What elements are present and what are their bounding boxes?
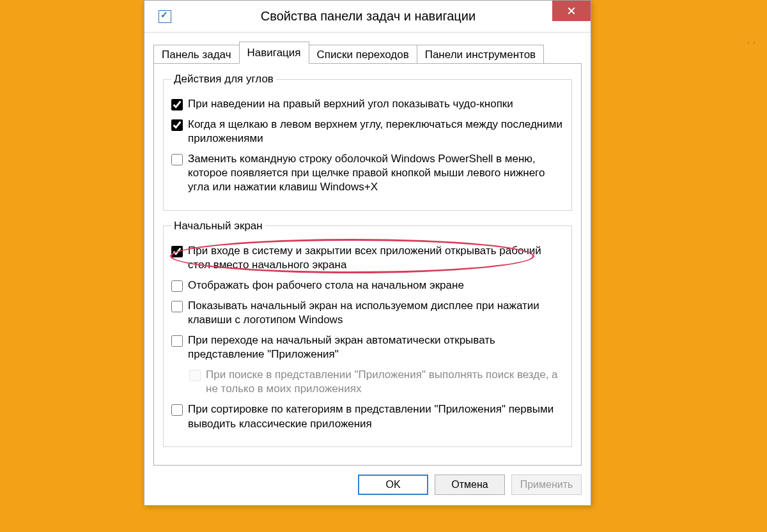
option-show-desktop-bg[interactable]: Отображать фон рабочего стола на начальн…: [171, 278, 564, 293]
app-icon: [159, 10, 171, 23]
cancel-button[interactable]: Отмена: [435, 475, 505, 495]
tab-jumplists[interactable]: Списки переходов: [309, 45, 417, 64]
checkbox-apps-view[interactable]: [171, 335, 183, 347]
tab-toolbars[interactable]: Панели инструментов: [417, 45, 544, 64]
tab-taskbar[interactable]: Панель задач: [153, 45, 240, 64]
background-decoration: '': [747, 40, 759, 53]
option-start-on-display[interactable]: Показывать начальный экран на используем…: [171, 299, 564, 327]
option-powershell[interactable]: Заменить командную строку оболочкой Wind…: [171, 152, 564, 194]
group-corner-legend: Действия для углов: [171, 73, 276, 86]
option-apps-view[interactable]: При переходе на начальный экран автомати…: [171, 333, 564, 361]
option-switch-apps[interactable]: Когда я щелкаю в левом верхнем углу, пер…: [171, 118, 564, 146]
ok-button[interactable]: OK: [358, 475, 428, 495]
label-sort-classic-first: При сортировке по категориям в представл…: [188, 402, 564, 430]
group-corner-actions: Действия для углов При наведении на прав…: [163, 73, 572, 211]
option-sort-classic-first[interactable]: При сортировке по категориям в представл…: [171, 402, 564, 430]
label-show-desktop-bg: Отображать фон рабочего стола на начальн…: [188, 278, 464, 293]
checkbox-show-desktop-bg[interactable]: [171, 280, 183, 292]
label-switch-apps: Когда я щелкаю в левом верхнем углу, пер…: [188, 118, 564, 146]
label-search-everywhere: При поиске в представлении "Приложения" …: [206, 368, 564, 396]
label-start-on-display: Показывать начальный экран на используем…: [188, 299, 564, 327]
tabstrip: Панель задач Навигация Списки переходов …: [153, 42, 582, 63]
group-start-screen: Начальный экран При входе в систему и за…: [163, 220, 572, 447]
checkbox-show-charms[interactable]: [171, 99, 183, 110]
apply-button: Применить: [511, 475, 582, 495]
tab-navigation[interactable]: Навигация: [239, 42, 309, 64]
option-search-everywhere: При поиске в представлении "Приложения" …: [189, 368, 564, 396]
option-show-charms[interactable]: При наведении на правый верхний угол пок…: [171, 97, 564, 111]
label-powershell: Заменить командную строку оболочкой Wind…: [188, 152, 564, 194]
checkbox-sort-classic-first[interactable]: [171, 404, 183, 416]
close-button[interactable]: [552, 1, 591, 21]
checkbox-start-on-display[interactable]: [171, 301, 183, 312]
label-show-charms: При наведении на правый верхний угол пок…: [188, 97, 513, 111]
dialog-body: Панель задач Навигация Списки переходов …: [144, 33, 591, 466]
checkbox-powershell[interactable]: [171, 154, 183, 165]
checkbox-search-everywhere: [189, 370, 201, 381]
window-title: Свойства панели задач и навигации: [171, 9, 591, 24]
tab-panel-navigation: Действия для углов При наведении на прав…: [153, 63, 582, 466]
dialog-button-row: OK Отмена Применить: [144, 466, 591, 505]
checkbox-go-to-desktop[interactable]: [171, 246, 183, 257]
option-go-to-desktop[interactable]: При входе в систему и закрытии всех прил…: [171, 244, 564, 272]
titlebar: Свойства панели задач и навигации: [144, 1, 591, 33]
group-start-legend: Начальный экран: [171, 220, 265, 232]
label-apps-view: При переходе на начальный экран автомати…: [188, 333, 564, 361]
close-icon: [568, 7, 575, 15]
checkbox-switch-apps[interactable]: [171, 119, 183, 131]
taskbar-properties-dialog: Свойства панели задач и навигации Панель…: [144, 0, 591, 506]
label-go-to-desktop: При входе в систему и закрытии всех прил…: [188, 244, 564, 272]
